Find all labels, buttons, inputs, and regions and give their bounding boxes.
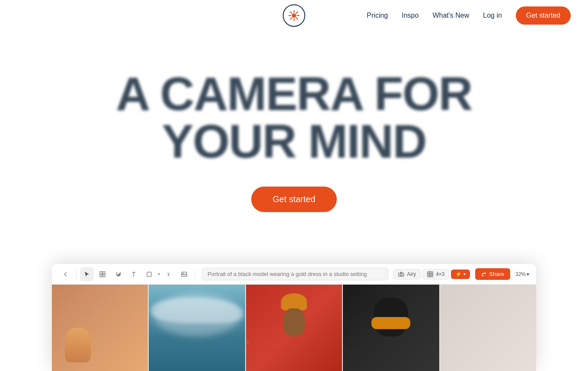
app-preview: ▾ T Airy [52,264,536,371]
svg-rect-12 [103,275,105,277]
svg-point-0 [292,13,296,18]
svg-rect-21 [428,272,433,277]
generate-badge-dropdown: ▾ [463,272,466,276]
image-cell-3[interactable] [246,285,342,371]
zoom-value: 32% [515,271,526,277]
svg-rect-11 [100,275,102,277]
hero-section: A CAMERA FOR YOUR MIND Get started [0,0,588,251]
share-button[interactable]: Share [475,268,510,280]
flash-icon: ⚡ [455,271,462,277]
logo-icon [288,10,300,22]
image-cell-5[interactable] [440,285,536,371]
select-tool[interactable] [80,267,94,281]
svg-line-5 [291,12,292,14]
camera-icon [398,271,404,277]
shape-tool[interactable] [142,267,156,281]
image-tool[interactable] [177,267,191,281]
type-tool[interactable]: T [162,267,176,281]
zoom-control[interactable]: 32% ▾ [515,271,529,277]
navbar-right: Pricing Inspo What's New Log in Get star… [305,6,571,25]
share-label: Share [489,271,504,277]
image-grid [52,285,536,371]
svg-rect-15 [147,272,151,276]
grid-badge[interactable]: 4×3 [422,269,449,279]
camera-badge[interactable]: Airy [393,269,421,279]
zoom-dropdown-icon: ▾ [527,271,529,277]
nav-get-started-button[interactable]: Get started [516,6,571,25]
shape-tool-dropdown[interactable]: ▾ [158,272,160,276]
hero-get-started-button[interactable]: Get started [251,187,337,212]
nav-login[interactable]: Log in [483,12,502,19]
nav-whats-new[interactable]: What's New [432,12,469,19]
pan-tool[interactable] [111,267,125,281]
cursor-icon [246,340,249,345]
hero-title: A CAMERA FOR YOUR MIND [116,70,472,165]
navbar: Pricing Inspo What's New Log in Get star… [0,0,588,31]
svg-text:T: T [167,272,170,277]
share-icon [481,272,486,277]
camera-badge-label: Airy [407,271,416,277]
image-cell-1[interactable] [52,285,148,371]
svg-line-7 [296,12,298,14]
svg-point-20 [400,273,403,276]
toolbar: ▾ T Airy [52,264,536,285]
logo[interactable] [283,4,305,27]
nav-pricing[interactable]: Pricing [367,12,388,19]
navbar-center [283,4,305,27]
nav-inspo[interactable]: Inspo [402,12,419,19]
svg-rect-9 [100,272,102,274]
image-cell-2[interactable] [149,285,245,371]
generate-badge[interactable]: ⚡ ▾ [451,270,470,279]
grid-badge-label: 4×3 [436,271,444,277]
toolbar-divider-2 [195,270,195,279]
toolbar-divider-1 [76,270,77,279]
svg-line-6 [296,18,298,19]
grid-tool[interactable] [96,267,109,281]
prompt-input[interactable] [202,268,388,280]
grid-icon [427,271,433,277]
text-tool[interactable] [127,267,141,281]
svg-rect-10 [103,272,105,274]
svg-line-8 [291,18,292,19]
back-button[interactable] [59,267,73,281]
image-cell-4[interactable] [343,285,439,371]
